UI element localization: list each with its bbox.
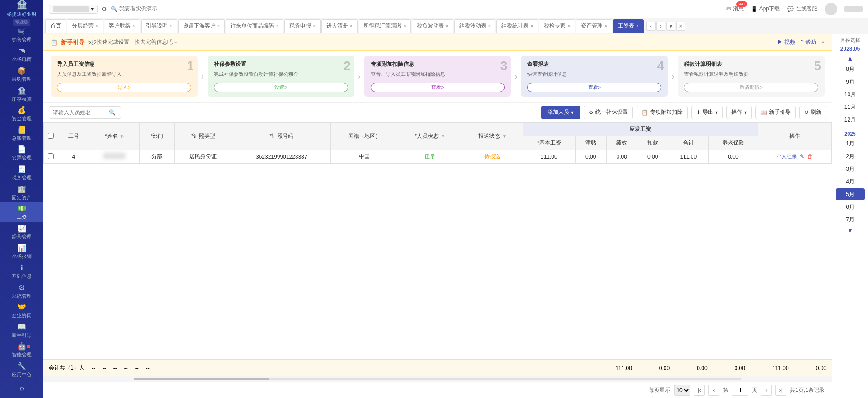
page-input[interactable] <box>732 385 748 396</box>
unified-settings-button[interactable]: ⚙ 统一社保设置 <box>584 106 633 119</box>
month-item-5[interactable]: 5月 <box>836 188 865 200</box>
guide-video-link[interactable]: ▶ 视频 <box>778 38 795 46</box>
scrollbar-thumb[interactable] <box>134 378 269 380</box>
sidebar-item-expense[interactable]: 📊 小畅报销 <box>0 242 43 262</box>
tab-tax-expert[interactable]: 税检专家 × <box>539 19 575 33</box>
tab-assets-mgmt[interactable]: 资产管理 × <box>576 19 612 33</box>
online-service-button[interactable]: 💬 在线客服 <box>787 5 817 13</box>
tab-close-icon[interactable]: × <box>132 23 135 28</box>
step-3-button[interactable]: 查看> <box>371 83 505 92</box>
tab-close-icon[interactable]: × <box>446 23 448 28</box>
prev-page-button[interactable]: ‹ <box>708 385 719 396</box>
row-checkbox[interactable] <box>48 153 54 159</box>
month-item-2[interactable]: 2月 <box>836 150 865 162</box>
social-insurance-link[interactable]: 个人社保 <box>777 154 797 159</box>
month-item-4[interactable]: 4月 <box>836 176 865 187</box>
new-guide-button[interactable]: 📖 新手引导 <box>755 106 796 119</box>
month-item-9[interactable]: 9月 <box>836 76 865 88</box>
app-download-button[interactable]: 📱 App下载 <box>751 5 780 13</box>
message-button[interactable]: ✉ 消息 99+ <box>726 5 744 13</box>
sidebar-item-purchase[interactable]: 📦 采购管理 <box>0 65 43 84</box>
special-deduction-button[interactable]: 📋 专项附加扣除 <box>637 106 688 119</box>
sidebar-item-ledger[interactable]: 📒 总账管理 <box>0 124 43 144</box>
sidebar-item-system[interactable]: ⚙ 系统管理 <box>0 281 43 301</box>
tab-close-icon[interactable]: × <box>350 23 353 28</box>
next-page-button[interactable]: › <box>761 385 772 396</box>
tab-close-icon[interactable]: × <box>530 23 533 28</box>
username-label[interactable] <box>844 6 863 12</box>
tab-close-icon[interactable]: × <box>488 23 491 28</box>
settings-gear-icon[interactable]: ⚙ <box>101 5 107 13</box>
tab-more-button[interactable]: ▾ <box>666 22 675 31</box>
tab-close-icon[interactable]: × <box>313 23 316 28</box>
tab-home[interactable]: 首页 <box>45 19 66 33</box>
tab-close-icon[interactable]: × <box>95 23 98 28</box>
tab-next-button[interactable]: › <box>656 22 665 31</box>
tab-close-icon[interactable]: × <box>403 23 406 28</box>
month-item-10[interactable]: 10月 <box>836 89 865 100</box>
horizontal-scrollbar[interactable] <box>43 376 832 382</box>
sidebar-item-ecommerce[interactable]: 🛍 小畅电商 <box>0 45 43 65</box>
month-item-3[interactable]: 3月 <box>836 163 865 175</box>
select-all-checkbox[interactable] <box>48 133 54 139</box>
per-page-select[interactable]: 10 20 50 <box>674 385 690 396</box>
sidebar-item-sales[interactable]: 🛒 销售管理 <box>0 25 43 45</box>
tab-customer[interactable]: 客户联络 × <box>104 19 140 33</box>
month-scroll-down-button[interactable]: ▼ <box>846 226 854 235</box>
sidebar-item-basic[interactable]: ℹ 基础信息 <box>0 262 43 281</box>
month-item-7[interactable]: 7月 <box>836 214 865 225</box>
edit-icon[interactable]: ✎ <box>800 153 804 159</box>
sidebar-item-inventory[interactable]: 🏦 库存核算 <box>0 84 43 104</box>
sidebar-item-payroll[interactable]: 💵 工资 <box>0 202 43 222</box>
tab-income-tax[interactable]: 所得税汇算清缴 × <box>359 19 411 33</box>
tab-tax-report[interactable]: 税务申报 × <box>284 19 321 33</box>
sidebar-item-tax[interactable]: 🧾 税务管理 <box>0 163 43 183</box>
tab-tax-dynamic[interactable]: 纳税波动表 × <box>454 19 496 33</box>
tab-clearance[interactable]: 进入清册 × <box>321 19 358 33</box>
sidebar-item-operations[interactable]: 📈 经营管理 <box>0 222 43 242</box>
sidebar-item-collab[interactable]: 🤝 企业协同 <box>0 301 43 321</box>
export-button[interactable]: ⬇ 导出 ▾ <box>691 106 723 119</box>
tab-payroll-close-icon[interactable]: × <box>636 23 639 28</box>
tab-payroll[interactable]: 工资表 × <box>613 19 644 33</box>
month-item-12[interactable]: 12月 <box>836 114 865 126</box>
tab-invite[interactable]: 邀请下游客户 × <box>178 19 225 33</box>
tab-tax-burden[interactable]: 税负波动表 × <box>412 19 453 33</box>
tab-guide-desc[interactable]: 引导说明 × <box>141 19 177 33</box>
month-item-8[interactable]: 8月 <box>836 63 865 75</box>
add-person-button[interactable]: 添加人员 ▾ <box>541 106 580 119</box>
month-item-1[interactable]: 1月 <box>836 138 865 150</box>
month-item-6[interactable]: 6月 <box>836 201 865 213</box>
search-icon[interactable]: 🔍 <box>109 109 116 116</box>
month-scroll-up-button[interactable]: ▲ <box>846 54 854 63</box>
step-1-button[interactable]: 导入> <box>57 83 191 92</box>
tab-close-icon[interactable]: × <box>170 23 172 28</box>
sidebar-item-ai[interactable]: 🤖 智能管理 <box>0 341 43 361</box>
demo-button[interactable]: 🔍 我要看实例演示 <box>111 5 157 13</box>
user-avatar[interactable] <box>825 3 837 15</box>
step-2-button[interactable]: 设置> <box>214 83 348 92</box>
tab-close-icon[interactable]: × <box>276 23 278 28</box>
tab-tax-stats[interactable]: 纳税统计表 × <box>496 19 538 33</box>
sidebar-item-assets[interactable]: 🏢 固定资产 <box>0 183 43 203</box>
tab-close-icon[interactable]: × <box>567 23 570 28</box>
operation-button[interactable]: 操作 ▾ <box>726 106 752 119</box>
step-5-button[interactable]: 敬请期待> <box>684 83 818 92</box>
sidebar-item-invoice[interactable]: 📄 发票管理 <box>0 144 43 164</box>
tab-prev-button[interactable]: ‹ <box>646 22 656 31</box>
guide-help-link[interactable]: ? 帮助 <box>801 38 816 46</box>
sidebar-settings-button[interactable]: ⚙ <box>0 380 43 398</box>
refresh-button[interactable]: ↺ 刷新 <box>799 106 826 119</box>
guide-close-button[interactable]: × <box>821 39 825 46</box>
sidebar-item-guide[interactable]: 📖 新手引导 <box>0 321 43 341</box>
tab-close-icon[interactable]: × <box>217 23 220 28</box>
tab-layered-ops[interactable]: 分层经营 × <box>67 19 103 33</box>
company-dropdown[interactable]: ▾ <box>49 5 98 14</box>
tab-close-icon[interactable]: × <box>604 23 607 28</box>
tab-close-all-button[interactable]: × <box>676 22 685 31</box>
month-item-11[interactable]: 11月 <box>836 101 865 113</box>
last-page-button[interactable]: ›| <box>775 385 786 396</box>
first-page-button[interactable]: |‹ <box>694 385 705 396</box>
search-input[interactable] <box>53 109 107 116</box>
tab-product-code[interactable]: 往来单位商品编码 × <box>226 19 283 33</box>
